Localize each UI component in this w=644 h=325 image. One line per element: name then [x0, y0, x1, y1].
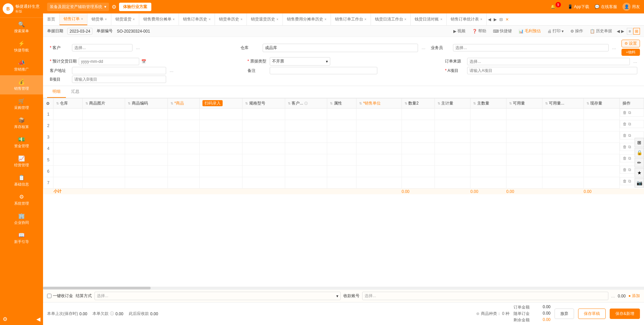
- staff-input[interactable]: [453, 44, 609, 51]
- row-product[interactable]: [168, 154, 200, 166]
- row-quantity2[interactable]: [402, 143, 434, 154]
- tab-销售订单统计表[interactable]: 销售订单统计表×: [447, 13, 487, 25]
- copy-icon[interactable]: ⧉: [628, 110, 631, 115]
- row-code[interactable]: [125, 109, 168, 120]
- row-scan[interactable]: [199, 143, 242, 154]
- sidebar-item-quick-nav[interactable]: ⚡ 快捷导航: [0, 37, 43, 56]
- row-image[interactable]: [82, 109, 125, 120]
- col-settings[interactable]: ⚙: [43, 98, 53, 109]
- warehouse-dots[interactable]: …: [421, 45, 425, 50]
- profit-button[interactable]: 📊 毛利预估: [517, 28, 543, 35]
- row-attribute[interactable]: [327, 177, 356, 189]
- row-product[interactable]: [168, 166, 200, 177]
- tab-首页[interactable]: 首页: [43, 13, 60, 25]
- row-available2[interactable]: [542, 131, 583, 143]
- sidebar-item-guide[interactable]: 📖 新手引导: [0, 229, 43, 248]
- tab-close-销售费用分摊单[interactable]: ×: [173, 17, 175, 21]
- row-unit[interactable]: [356, 154, 402, 166]
- row-image[interactable]: [82, 143, 125, 154]
- system-selector[interactable]: 装备及固定资产辅助管理系统 ▾: [47, 3, 109, 11]
- row-warehouse[interactable]: [53, 120, 83, 131]
- row-action[interactable]: 🗑 ⧉: [620, 109, 644, 117]
- row-available2[interactable]: [542, 143, 583, 154]
- row-main-quantity[interactable]: [470, 131, 506, 143]
- delete-icon[interactable]: 🗑: [623, 110, 627, 115]
- user-avatar[interactable]: 👤 用友: [622, 3, 640, 11]
- add-payment-button[interactable]: ● 添加: [628, 293, 640, 299]
- delete-icon[interactable]: 🗑: [623, 179, 627, 184]
- tab-close-销货单历史[interactable]: ×: [240, 17, 242, 21]
- row-main-quantity[interactable]: [470, 143, 506, 154]
- sidebar-item-sales[interactable]: 💰 销售管理: [0, 75, 43, 94]
- delivery-calendar-icon[interactable]: 📅: [141, 59, 146, 64]
- tab-close-销售订单历史[interactable]: ×: [209, 17, 211, 21]
- tab-销售订单历史[interactable]: 销售订单历史×: [179, 13, 215, 25]
- row-available2[interactable]: [542, 166, 583, 177]
- row-available2[interactable]: [542, 154, 583, 166]
- sidebar-item-finance[interactable]: 💵 资金管理: [0, 133, 43, 152]
- row-available[interactable]: [506, 143, 542, 154]
- row-spec[interactable]: [242, 131, 285, 143]
- row-action[interactable]: 🗑 ⧉: [620, 120, 644, 128]
- address-dots[interactable]: …: [169, 68, 174, 73]
- tab-销售费用分摊单[interactable]: 销售费用分摊单×: [139, 13, 179, 25]
- tab-销售费用分摊单历史[interactable]: 销售费用分摊单历史×: [283, 13, 331, 25]
- online-service-button[interactable]: 💬 在线客服: [595, 4, 617, 10]
- delete-icon[interactable]: 🗑: [623, 156, 627, 161]
- row-available2[interactable]: [542, 109, 583, 120]
- address-input[interactable]: [72, 67, 166, 74]
- scrollbar-thumb[interactable]: [43, 287, 151, 289]
- row-product[interactable]: [168, 143, 200, 154]
- row-main-unit[interactable]: [434, 154, 470, 166]
- copy-icon[interactable]: ⧉: [628, 145, 631, 149]
- row-scan[interactable]: [199, 120, 242, 131]
- row-quantity2[interactable]: [402, 177, 434, 189]
- save-draft-button[interactable]: 保存草稿: [578, 309, 606, 319]
- row-spec[interactable]: [242, 109, 285, 120]
- row-warehouse[interactable]: [53, 143, 83, 154]
- tab-nav-close-all[interactable]: ✕: [504, 17, 510, 22]
- tab-close-销售费用分摊单历史[interactable]: ×: [325, 17, 327, 21]
- row-scan[interactable]: [199, 109, 242, 120]
- staff-dots[interactable]: …: [612, 45, 616, 50]
- row-customer-code[interactable]: [285, 120, 327, 131]
- tab-销货退货历史[interactable]: 销货退货历史×: [247, 13, 283, 25]
- tab-close-钱货日清对账[interactable]: ×: [440, 17, 442, 21]
- row-unit[interactable]: [356, 166, 402, 177]
- row-main-unit[interactable]: [434, 166, 470, 177]
- row-stock[interactable]: [584, 143, 620, 154]
- tab-销售订单[interactable]: 销售订单×: [60, 13, 87, 25]
- row-unit[interactable]: [356, 143, 402, 154]
- shortcut-button[interactable]: ⌨ 快捷键: [491, 28, 514, 35]
- date-value[interactable]: 2023-03-24: [67, 28, 92, 35]
- horizontal-scrollbar[interactable]: [43, 287, 644, 289]
- tab-close-销货退货[interactable]: ×: [133, 17, 135, 21]
- row-quantity2[interactable]: [402, 131, 434, 143]
- row-customer-code[interactable]: [285, 143, 327, 154]
- row-spec[interactable]: [242, 120, 285, 131]
- topbar-settings-icon[interactable]: ⚙: [112, 4, 116, 10]
- product-count-icon[interactable]: ⊙: [476, 311, 480, 316]
- grid-view-icon[interactable]: ⊞: [633, 28, 640, 35]
- float-camera-icon[interactable]: 📷: [635, 178, 644, 188]
- invoice-select[interactable]: 不开票 ▾: [270, 57, 330, 66]
- row-scan[interactable]: [199, 177, 242, 189]
- add-material-button[interactable]: +物料: [621, 49, 640, 56]
- row-attribute[interactable]: [327, 131, 356, 143]
- row-image[interactable]: [82, 131, 125, 143]
- tab-close-销售订单统计表[interactable]: ×: [480, 17, 482, 21]
- row-image[interactable]: [82, 166, 125, 177]
- row-unit[interactable]: [356, 120, 402, 131]
- row-customer-code[interactable]: [285, 131, 327, 143]
- row-customer-code[interactable]: [285, 109, 327, 120]
- app-download-button[interactable]: 📱 App下载: [568, 4, 589, 10]
- delete-icon[interactable]: 🗑: [623, 167, 627, 172]
- row-available[interactable]: [506, 154, 542, 166]
- settings-button[interactable]: ⚙ 设置: [621, 40, 640, 47]
- sidebar-item-operations[interactable]: 📈 经营管理: [0, 152, 43, 171]
- row-stock[interactable]: [584, 131, 620, 143]
- row-main-unit[interactable]: [434, 120, 470, 131]
- row-code[interactable]: [125, 166, 168, 177]
- tab-销货退货[interactable]: 销货退货×: [111, 13, 139, 25]
- sidebar-collapse-icon[interactable]: ◀: [36, 316, 40, 322]
